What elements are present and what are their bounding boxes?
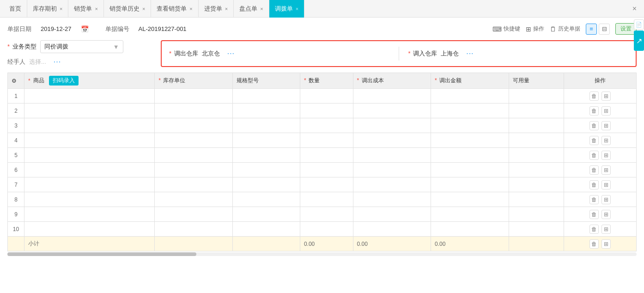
row-2-unit[interactable] xyxy=(155,104,233,118)
sidebar-expand-btn[interactable]: ↗ xyxy=(634,31,644,51)
row-5-copy-btn[interactable]: ⊞ xyxy=(601,151,611,160)
row-2-quantity[interactable] xyxy=(300,104,353,118)
row-10-available[interactable] xyxy=(509,222,564,237)
row-6-amount[interactable] xyxy=(431,163,509,177)
row-6-unit[interactable] xyxy=(155,163,233,177)
row-2-spec[interactable] xyxy=(232,104,300,118)
grid-view-icon[interactable]: ⊟ xyxy=(599,24,610,35)
tab-home[interactable]: 首页 xyxy=(4,0,27,18)
row-2-cost[interactable] xyxy=(353,104,431,118)
tab-inventory-init-close[interactable]: × xyxy=(60,6,62,12)
row-8-copy-btn[interactable]: ⊞ xyxy=(601,195,611,204)
row-6-cost[interactable] xyxy=(353,163,431,177)
row-10-product[interactable] xyxy=(24,222,155,237)
row-4-amount[interactable] xyxy=(431,133,509,148)
list-view-icon[interactable]: ≡ xyxy=(586,24,597,35)
row-9-quantity[interactable] xyxy=(300,207,353,222)
row-3-available[interactable] xyxy=(509,118,564,133)
row-4-product[interactable] xyxy=(24,133,155,148)
tab-inventory-init[interactable]: 库存期初 × xyxy=(27,0,68,18)
tab-purchase-order[interactable]: 进货单 × xyxy=(199,0,234,18)
row-10-quantity[interactable] xyxy=(300,222,353,237)
row-10-copy-btn[interactable]: ⊞ xyxy=(601,225,611,234)
row-1-cost[interactable] xyxy=(353,89,431,104)
row-4-copy-btn[interactable]: ⊞ xyxy=(601,136,611,145)
row-8-available[interactable] xyxy=(509,192,564,207)
row-9-product[interactable] xyxy=(24,207,155,222)
row-4-spec[interactable] xyxy=(232,133,300,148)
row-3-amount[interactable] xyxy=(431,118,509,133)
row-5-delete-btn[interactable]: 🗑 xyxy=(589,151,599,160)
row-6-available[interactable] xyxy=(509,163,564,177)
row-3-copy-btn[interactable]: ⊞ xyxy=(601,121,611,130)
row-8-delete-btn[interactable]: 🗑 xyxy=(589,195,599,204)
subtotal-copy-btn[interactable]: ⊞ xyxy=(601,239,611,249)
row-2-amount[interactable] xyxy=(431,104,509,118)
sidebar-doc-btn[interactable]: 📄 xyxy=(634,19,644,30)
row-8-cost[interactable] xyxy=(353,192,431,207)
tab-transfer[interactable]: 调拨单 × xyxy=(269,0,304,18)
row-9-spec[interactable] xyxy=(232,207,300,222)
row-3-cost[interactable] xyxy=(353,118,431,133)
row-5-quantity[interactable] xyxy=(300,148,353,163)
row-3-product[interactable] xyxy=(24,118,155,133)
tab-stocktake-close[interactable]: × xyxy=(260,6,263,12)
row-9-available[interactable] xyxy=(509,207,564,222)
subtotal-delete-btn[interactable]: 🗑 xyxy=(589,239,599,249)
row-4-quantity[interactable] xyxy=(300,133,353,148)
row-2-available[interactable] xyxy=(509,104,564,118)
row-6-quantity[interactable] xyxy=(300,163,353,177)
row-5-amount[interactable] xyxy=(431,148,509,163)
row-7-delete-btn[interactable]: 🗑 xyxy=(589,180,599,189)
row-1-unit[interactable] xyxy=(155,89,233,104)
row-7-unit[interactable] xyxy=(155,177,233,192)
row-7-amount[interactable] xyxy=(431,177,509,192)
row-7-spec[interactable] xyxy=(232,177,300,192)
row-7-product[interactable] xyxy=(24,177,155,192)
row-1-spec[interactable] xyxy=(232,89,300,104)
operations-btn[interactable]: ⊞ 操作 xyxy=(526,25,544,33)
row-5-product[interactable] xyxy=(24,148,155,163)
row-7-available[interactable] xyxy=(509,177,564,192)
row-7-cost[interactable] xyxy=(353,177,431,192)
row-4-available[interactable] xyxy=(509,133,564,148)
row-2-copy-btn[interactable]: ⊞ xyxy=(601,106,611,116)
row-6-delete-btn[interactable]: 🗑 xyxy=(589,165,599,175)
tab-transfer-close[interactable]: × xyxy=(296,6,298,12)
row-3-unit[interactable] xyxy=(155,118,233,133)
tab-stocktake[interactable]: 盘点单 × xyxy=(234,0,269,18)
row-1-delete-btn[interactable]: 🗑 xyxy=(589,92,599,101)
row-10-cost[interactable] xyxy=(353,222,431,237)
tab-sales-history-close[interactable]: × xyxy=(142,6,145,12)
tab-purchase-order-close[interactable]: × xyxy=(225,6,228,12)
row-5-cost[interactable] xyxy=(353,148,431,163)
row-10-unit[interactable] xyxy=(155,222,233,237)
row-6-copy-btn[interactable]: ⊞ xyxy=(601,165,611,175)
row-5-available[interactable] xyxy=(509,148,564,163)
bottom-scrollbar[interactable] xyxy=(7,252,637,256)
row-6-spec[interactable] xyxy=(232,163,300,177)
row-9-unit[interactable] xyxy=(155,207,233,222)
row-10-spec[interactable] xyxy=(232,222,300,237)
row-1-amount[interactable] xyxy=(431,89,509,104)
row-8-unit[interactable] xyxy=(155,192,233,207)
date-picker-icon[interactable]: 📅 xyxy=(81,25,89,33)
row-10-delete-btn[interactable]: 🗑 xyxy=(589,225,599,234)
operator-input[interactable]: 选择... xyxy=(29,58,46,66)
row-4-cost[interactable] xyxy=(353,133,431,148)
tab-view-sales[interactable]: 查看销货单 × xyxy=(151,0,198,18)
row-8-quantity[interactable] xyxy=(300,192,353,207)
target-warehouse-more-btn[interactable]: ··· xyxy=(466,49,474,58)
row-8-amount[interactable] xyxy=(431,192,509,207)
row-9-copy-btn[interactable]: ⊞ xyxy=(601,210,611,219)
row-3-spec[interactable] xyxy=(232,118,300,133)
row-1-available[interactable] xyxy=(509,89,564,104)
th-gear[interactable]: ⚙ xyxy=(8,73,24,89)
row-5-unit[interactable] xyxy=(155,148,233,163)
row-8-spec[interactable] xyxy=(232,192,300,207)
shortcuts-btn[interactable]: ⌨ 快捷键 xyxy=(492,25,520,33)
row-7-quantity[interactable] xyxy=(300,177,353,192)
tab-sales-history[interactable]: 销货单历史 × xyxy=(104,0,151,18)
tab-view-sales-close[interactable]: × xyxy=(189,6,192,12)
row-3-delete-btn[interactable]: 🗑 xyxy=(589,121,599,130)
